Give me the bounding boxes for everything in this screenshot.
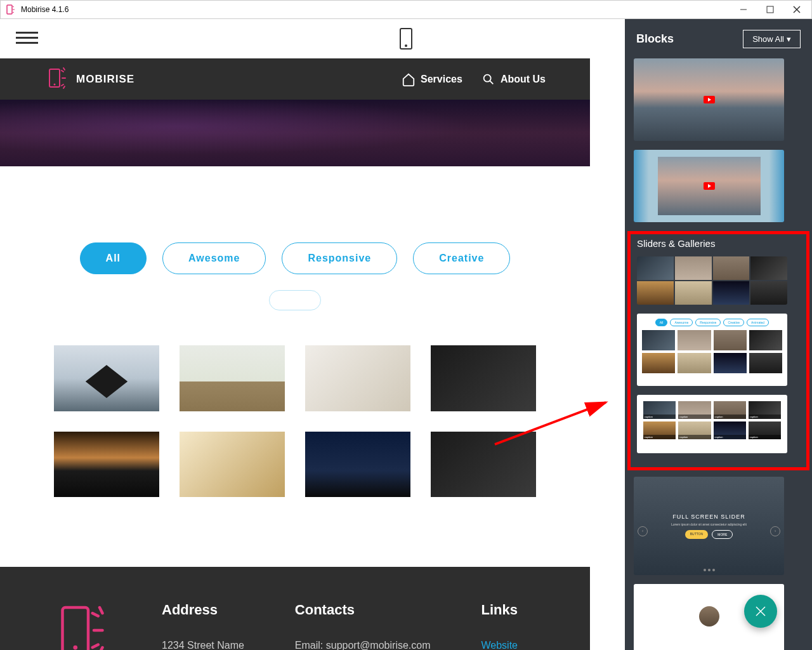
brand-text: MOBIRISE <box>76 73 134 86</box>
site-logo[interactable]: MOBIRISE <box>44 65 134 93</box>
window-title: Mobirise 4.1.6 <box>21 5 734 14</box>
chevron-down-icon: ▾ <box>787 34 791 44</box>
gallery-image[interactable] <box>305 345 410 411</box>
gallery-image[interactable] <box>305 432 410 498</box>
blocks-panel: Blocks Show All▾ Sliders & Galleries All… <box>625 19 812 650</box>
filter-more[interactable] <box>269 290 321 310</box>
block-video-hero[interactable] <box>634 58 784 141</box>
close-button[interactable] <box>787 3 806 16</box>
gallery-image[interactable] <box>431 345 536 411</box>
svg-line-8 <box>490 81 493 84</box>
nav-services[interactable]: Services <box>402 72 462 86</box>
window-titlebar: Mobirise 4.1.6 <box>0 0 812 19</box>
filter-responsive[interactable]: Responsive <box>282 242 397 274</box>
minimize-button[interactable] <box>734 3 753 16</box>
gallery-image[interactable] <box>431 432 536 498</box>
svg-point-6 <box>54 83 56 85</box>
show-all-button[interactable]: Show All▾ <box>743 30 801 48</box>
footer-address: 1234 Street Name <box>162 637 244 650</box>
chevron-right-icon: › <box>770 526 780 536</box>
block-gallery-captions[interactable] <box>637 395 787 453</box>
block-fullscreen-slider[interactable]: ‹ › FULL SCREEN SLIDER Lorem ipsum dolor… <box>634 477 784 575</box>
svg-rect-0 <box>7 5 12 14</box>
gallery-image[interactable] <box>54 432 159 498</box>
block-video-boxed[interactable] <box>634 150 784 222</box>
nav-about[interactable]: About Us <box>481 72 546 86</box>
logo-icon <box>44 65 70 93</box>
footer-link[interactable]: Website <box>481 640 518 650</box>
footer-links-heading: Links <box>481 602 518 618</box>
footer-address-heading: Address <box>162 602 244 618</box>
mobile-preview-icon[interactable] <box>400 28 412 50</box>
search-icon <box>481 72 495 86</box>
hero-image <box>0 100 590 166</box>
app-icon <box>6 4 16 15</box>
filter-all[interactable]: All <box>80 242 147 274</box>
highlighted-section: Sliders & Galleries AllAwesomeResponsive… <box>627 231 809 470</box>
footer-contacts-heading: Contacts <box>295 602 431 618</box>
section-sliders-label: Sliders & Galleries <box>637 238 800 249</box>
footer-contacts: Email: support@mobirise.com <box>295 637 431 650</box>
gallery-image[interactable] <box>180 432 285 498</box>
gallery-image[interactable] <box>180 345 285 411</box>
block-gallery-filtered[interactable]: AllAwesomeResponsiveCreativeAnimated <box>637 314 787 386</box>
block-gallery-grid[interactable] <box>637 256 787 305</box>
footer-logo <box>54 602 111 650</box>
svg-rect-2 <box>767 6 773 13</box>
close-panel-button[interactable] <box>744 595 777 628</box>
svg-rect-9 <box>63 607 89 650</box>
chevron-left-icon: ‹ <box>638 526 648 536</box>
svg-point-10 <box>73 646 77 650</box>
menu-button[interactable] <box>16 29 38 47</box>
close-icon <box>754 605 767 618</box>
play-icon <box>704 182 715 190</box>
gallery-image[interactable] <box>54 345 159 411</box>
filter-creative[interactable]: Creative <box>413 242 510 274</box>
maximize-button[interactable] <box>761 3 780 16</box>
play-icon <box>704 96 715 103</box>
filter-awesome[interactable]: Awesome <box>162 242 266 274</box>
svg-point-7 <box>484 74 491 81</box>
home-icon <box>402 72 416 86</box>
site-header: MOBIRISE Services About Us <box>0 58 590 100</box>
footer: Address 1234 Street Name Contacts Email:… <box>0 567 590 650</box>
blocks-title: Blocks <box>636 32 674 46</box>
gallery-block: All Awesome Responsive Creative <box>0 166 590 529</box>
